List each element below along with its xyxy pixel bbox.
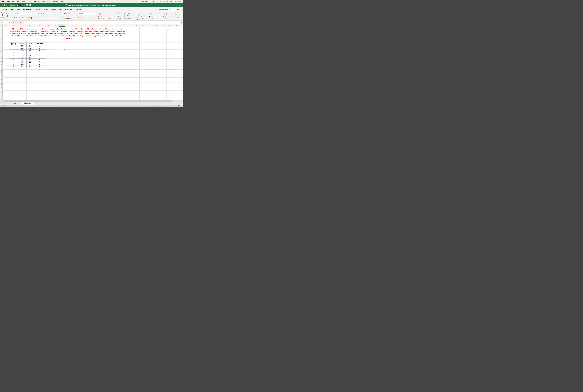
row-header-12[interactable]: 12 [0,63,3,65]
cell-r13c2[interactable]: 375 [18,66,27,68]
cell-r7c4[interactable]: 7 [33,52,46,54]
row-header-22[interactable]: 22 [0,81,3,82]
ribbon-tab-draw[interactable]: Draw [15,7,22,12]
bluetooth-icon[interactable] [150,1,151,2]
page-break-view-icon[interactable] [155,105,157,106]
ribbon-tab-insert[interactable]: Insert [8,7,15,12]
cell-r7c1[interactable]: 32 [9,52,18,54]
menu-edit[interactable]: Edit [16,0,21,2]
column-header-L[interactable]: L [126,24,133,27]
minimize-window-button[interactable] [4,4,5,6]
menu-window[interactable]: Window [52,0,60,2]
previous-sheet-icon[interactable] [2,103,3,104]
wifi-icon[interactable] [153,1,154,2]
row-header-25[interactable]: 25 [0,86,3,87]
menu-tools[interactable]: Tools [40,0,46,2]
find-select-button[interactable]: Find &Select [147,12,154,20]
column-header-C[interactable]: C [18,24,27,27]
chevron-down-icon[interactable]: ▾ [117,4,117,6]
row-header-19[interactable]: 19 [0,76,3,78]
more-commands-icon[interactable]: ••• [40,4,41,6]
row-header-4[interactable]: 4 [0,45,3,47]
underline-button[interactable]: U [18,17,20,18]
row-header-26[interactable]: 26 [0,87,3,89]
copy-button[interactable] [6,15,9,17]
wrap-text-button[interactable]: ab↩ Wrap Text [62,13,72,14]
cell-r13c1[interactable]: 60 [9,66,18,68]
save-as-icon[interactable] [29,4,31,6]
cell-r11c2[interactable]: 450 [18,61,27,63]
row-header-21[interactable]: 21 [0,79,3,81]
search-icon[interactable] [175,4,177,6]
name-box-stepper[interactable] [9,22,10,23]
insert-cells-button[interactable]: Insert [124,12,135,14]
cell-r12c4[interactable]: 4 [33,63,46,66]
menu-bar-clock[interactable]: Sun Sep 22 8:08 PM [166,0,181,2]
expand-formula-bar-icon[interactable] [181,22,182,23]
column-header-R[interactable]: R [166,24,173,27]
cell-r6c2[interactable]: 450 [18,50,27,52]
ribbon-tab-formulas[interactable]: Formulas [33,7,43,12]
column-header-O[interactable]: O [146,24,153,27]
column-header-P[interactable]: P [153,24,160,27]
add-sheet-button[interactable]: + [36,102,37,104]
table-header-price[interactable]: Price [18,43,27,45]
column-header-S[interactable]: S [173,24,180,27]
comments-button[interactable]: Comments [156,8,170,11]
cell-r12c3[interactable]: 22 [27,63,33,66]
cell-r5c2[interactable]: 400 [18,47,27,50]
ribbon-tab-page-layout[interactable]: Page Layout [22,7,33,12]
row-header-10[interactable]: 10 [0,58,3,61]
decrease-indent-button[interactable]: ←≡ [57,17,59,18]
menu-format[interactable]: Format [33,0,40,2]
cell-r12c1[interactable]: 70 [9,63,18,66]
table-header-advert[interactable]: Advert [27,43,33,45]
cell-r6c4[interactable]: 5 [33,50,46,52]
cell-styles-button[interactable]: CellStyles [115,12,123,20]
fill-color-button[interactable]: ◇ [27,16,30,19]
share-feedback-people-icon[interactable] [179,4,181,6]
row-header-2[interactable]: 2 [0,40,3,42]
cell-r10c3[interactable]: 12 [27,58,33,61]
font-family-select[interactable]: Arial▾ [14,12,32,15]
row-header-23[interactable]: 23 [0,82,3,84]
row-header-6[interactable]: 6 [0,50,3,52]
menu-data[interactable]: Data [46,0,52,2]
column-header-Q[interactable]: Q [160,24,166,27]
bold-button[interactable]: B [14,16,15,18]
cell-r10c1[interactable]: 66 [9,58,18,61]
decrease-decimal-button[interactable]: .00→ [90,17,92,18]
row-header-16[interactable]: 16 [0,71,3,73]
cell-r9c3[interactable]: 22 [27,56,33,59]
zoom-in-button[interactable]: + [173,105,174,106]
formula-input[interactable] [24,20,180,24]
comma-format-button[interactable]: , [83,16,84,18]
cell-r4c1[interactable]: 28 [9,45,18,47]
increase-decimal-button[interactable]: ←.0 [86,17,88,18]
name-box[interactable]: H5 [1,21,11,24]
cell-r8c1[interactable]: 42 [9,54,18,56]
align-right-button[interactable] [53,17,55,18]
cell-r6c3[interactable]: 15 [27,50,33,52]
menu-insert[interactable]: Insert [26,0,33,2]
table-header-quanity[interactable]: Quanity [9,43,18,45]
cell-r6c1[interactable]: 43 [9,50,18,52]
tell-me-button[interactable]: Tell me [74,8,81,10]
selected-cell-H5[interactable] [59,47,65,50]
share-button[interactable]: Share [171,8,181,11]
increase-indent-button[interactable]: →≡ [60,17,61,18]
cell-r4c2[interactable]: 250 [18,45,27,47]
cell-r9c4[interactable]: 2 [33,56,46,59]
row-header-13[interactable]: 13 [0,65,3,68]
decrease-font-size-button[interactable]: Aᐯ [43,13,45,14]
table-header-distance[interactable]: Distance [33,43,46,45]
row-header-32[interactable]: 32 [0,97,3,98]
cell-r4c3[interactable]: 11 [27,45,33,47]
menu-help[interactable]: Help [60,0,65,2]
cut-button[interactable]: ✂ [6,12,9,14]
row-header-8[interactable]: 8 [0,54,3,56]
cell-r11c3[interactable]: 24 [27,61,33,63]
row-header-20[interactable]: 20 [0,78,3,79]
column-header-B[interactable]: B [9,24,18,27]
page-layout-view-icon[interactable] [152,105,154,106]
